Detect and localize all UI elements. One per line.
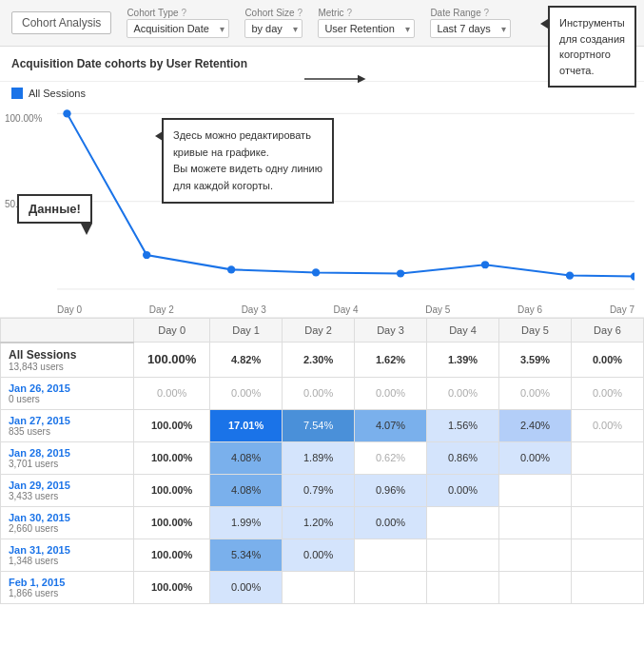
svg-point-10 (566, 271, 574, 279)
chart-tooltip: Здесь можно редактироватькривые на графи… (162, 118, 334, 204)
cohort-type-select[interactable]: Acquisition Date (127, 19, 229, 38)
date-range-filter: Date Range ? Last 7 days (430, 8, 511, 38)
table-cell: 100.00% (134, 571, 210, 603)
row-name: Feb 1, 2015 (9, 577, 126, 588)
table-cell: 1.62% (355, 343, 427, 378)
metric-label: Metric ? (318, 8, 415, 18)
y-label-100: 100.00% (5, 113, 42, 124)
cohort-analysis-button[interactable]: Cohort Analysis (11, 11, 111, 34)
svg-point-8 (397, 269, 404, 277)
metric-filter: Metric ? User Retention (318, 8, 415, 38)
table-cell: 17.01% (210, 409, 283, 441)
chart-title: Acquisition Date cohorts by User Retenti… (11, 57, 561, 70)
data-table-container: Day 0 Day 1 Day 2 Day 3 Day 4 Day 5 Day … (0, 318, 644, 604)
x-label-day2: Day 2 (149, 304, 174, 315)
table-cell (427, 539, 499, 571)
table-cell (571, 571, 643, 603)
svg-point-5 (143, 251, 150, 259)
row-name: Jan 30, 2015 (9, 512, 126, 523)
table-cell: 100.00% (134, 409, 210, 441)
table-cell: 100.00% (134, 441, 210, 474)
svg-point-9 (481, 261, 489, 268)
data-table: Day 0 Day 1 Day 2 Day 3 Day 4 Day 5 Day … (0, 318, 644, 604)
cohort-size-label: Cohort Size ? (244, 8, 302, 18)
col-header-day1: Day 1 (210, 319, 283, 343)
table-cell: 4.08% (210, 474, 283, 506)
cohort-size-help-icon: ? (297, 8, 302, 18)
table-cell: 0.00% (355, 506, 427, 539)
table-cell: 1.39% (427, 343, 499, 378)
row-name: Jan 28, 2015 (9, 447, 126, 459)
data-tooltip: Данные! (17, 194, 92, 224)
date-range-label: Date Range ? (430, 8, 511, 18)
row-name: All Sessions (9, 348, 126, 362)
row-label: All Sessions13,843 users (1, 343, 134, 378)
table-cell: 0.62% (355, 441, 427, 474)
table-cell (571, 441, 643, 474)
table-row: Jan 30, 20152,660 users100.00%1.99%1.20%… (1, 506, 644, 539)
table-cell: 100.00% (134, 539, 210, 571)
row-users: 1,866 users (9, 588, 126, 598)
table-cell (427, 571, 499, 603)
row-label: Feb 1, 20151,866 users (1, 571, 134, 603)
svg-point-6 (227, 265, 235, 273)
row-label: Jan 31, 20151,348 users (1, 539, 134, 571)
table-cell: 0.79% (283, 474, 355, 506)
x-label-day0: Day 0 (57, 304, 82, 315)
row-name: Jan 29, 2015 (9, 480, 126, 491)
x-label-day6: Day 6 (517, 304, 542, 315)
table-cell (571, 539, 643, 571)
table-cell: 5.34% (210, 539, 283, 571)
table-cell: 2.30% (283, 343, 355, 378)
x-label-day5: Day 5 (425, 304, 450, 315)
table-cell: 2.40% (499, 409, 572, 441)
table-cell: 0.96% (355, 474, 427, 506)
table-cell: 0.86% (427, 441, 499, 474)
metric-select[interactable]: User Retention (318, 19, 415, 38)
table-cell: 1.99% (210, 506, 283, 539)
x-label-day3: Day 3 (242, 304, 266, 315)
table-cell: 0.00% (134, 377, 210, 409)
table-cell: 0.00% (499, 441, 572, 474)
row-name: Jan 31, 2015 (9, 544, 126, 556)
table-cell (427, 506, 499, 539)
cohort-type-filter: Cohort Type ? Acquisition Date (127, 8, 229, 38)
table-cell (571, 474, 643, 506)
table-cell (283, 571, 355, 603)
table-cell: 0.00% (283, 377, 355, 409)
col-header-day4: Day 4 (427, 319, 499, 343)
table-cell (499, 506, 572, 539)
table-row: Jan 29, 20153,433 users100.00%4.08%0.79%… (1, 474, 644, 506)
chart-svg (57, 99, 634, 294)
legend-color-box (11, 88, 23, 99)
table-cell: 4.07% (355, 409, 427, 441)
table-cell: 0.00% (355, 377, 427, 409)
row-label: Jan 30, 20152,660 users (1, 506, 134, 539)
table-cell: 0.00% (499, 377, 572, 409)
x-label-day7: Day 7 (610, 304, 634, 315)
table-cell (499, 571, 572, 603)
cohort-type-help-icon: ? (181, 8, 186, 18)
table-cell: 100.00% (134, 474, 210, 506)
table-cell: 100.00% (134, 343, 210, 378)
legend-label: All Sessions (29, 88, 86, 99)
svg-point-7 (312, 268, 320, 276)
col-header-label (1, 319, 134, 343)
row-users: 0 users (9, 394, 126, 404)
cohort-size-select[interactable]: by day (244, 19, 302, 38)
chart-area: 100.00% 50.00% Day 0 Day 2 Day 3 Day 4 D… (0, 99, 644, 318)
date-range-help-icon: ? (484, 8, 490, 18)
table-cell (355, 571, 427, 603)
cohort-size-filter: Cohort Size ? by day (244, 8, 302, 38)
table-cell (355, 539, 427, 571)
svg-point-11 (631, 272, 634, 280)
date-range-select[interactable]: Last 7 days (430, 19, 511, 38)
table-cell: 3.59% (499, 343, 572, 378)
table-row: Jan 27, 2015835 users100.00%17.01%7.54%4… (1, 409, 644, 441)
table-cell: 0.00% (283, 539, 355, 571)
table-cell: 4.08% (210, 441, 283, 474)
table-cell (571, 506, 643, 539)
tools-tooltip: Инструментыдля созданиякогортногоотчета. (548, 6, 636, 88)
table-cell: 0.00% (571, 377, 643, 409)
col-header-day0: Day 0 (134, 319, 210, 343)
